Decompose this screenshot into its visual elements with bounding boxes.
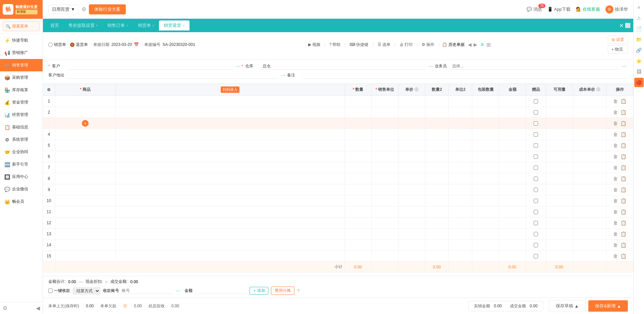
unit-cell[interactable] — [345, 217, 372, 229]
save-new-button[interactable]: 保存&新增 ▲ — [588, 300, 628, 312]
sidebar-item-quicknav[interactable]: ⚡ 快捷导航 — [0, 34, 43, 47]
select-btn[interactable]: ☰ 选单 — [376, 41, 392, 48]
product-cell[interactable] — [55, 173, 115, 184]
sale-unit-cell[interactable] — [372, 118, 398, 129]
copy-row-btn[interactable]: 📋 — [620, 197, 627, 204]
sale-unit-cell[interactable] — [372, 140, 398, 151]
price-info-icon[interactable]: ⓘ — [415, 87, 418, 91]
tab-close-icon[interactable]: × — [96, 23, 98, 27]
amount-cell[interactable] — [499, 251, 526, 262]
product-cell[interactable] — [55, 217, 115, 229]
gift-checkbox[interactable] — [534, 154, 538, 159]
gift-cell[interactable] — [526, 206, 546, 217]
copy-row-btn[interactable]: 📋 — [620, 131, 627, 138]
qty-cell[interactable] — [115, 129, 345, 140]
add-product-btn[interactable]: + — [82, 120, 89, 127]
delete-row-btn[interactable]: 🗑 — [612, 197, 619, 204]
cost-cell[interactable] — [573, 151, 606, 162]
warehouse-input[interactable] — [261, 63, 426, 70]
cost-cell[interactable] — [573, 140, 606, 151]
print-btn[interactable]: 🖨 打印 — [398, 41, 414, 48]
product-cell[interactable] — [55, 206, 115, 217]
gift-checkbox[interactable] — [534, 99, 538, 104]
cost-cell[interactable] — [573, 206, 606, 217]
tab-home[interactable]: 首页 — [46, 20, 64, 30]
unit-cell[interactable] — [345, 118, 372, 129]
avail-cell[interactable] — [546, 184, 573, 195]
one-click-input[interactable] — [48, 289, 53, 293]
gift-checkbox[interactable] — [534, 243, 538, 247]
address-input[interactable] — [66, 72, 278, 79]
copy-row-btn[interactable]: 📋 — [620, 120, 627, 127]
right-icon-6[interactable]: ⭐ — [634, 56, 644, 66]
gift-cell[interactable] — [526, 173, 546, 184]
topbar-settings-icon[interactable]: ⚙ — [82, 6, 86, 12]
qty2-cell[interactable] — [425, 173, 449, 184]
settings-action-btn[interactable]: ⚙ 设置 — [608, 36, 628, 44]
delete-row-btn[interactable]: 🗑 — [612, 164, 619, 171]
tab-sales-delivery[interactable]: 销货单 × — [133, 20, 159, 30]
sidebar-item-operations[interactable]: 📊 经营管理 — [0, 109, 43, 121]
copy-row-btn[interactable]: 📋 — [620, 231, 627, 237]
amount-cell[interactable] — [499, 195, 526, 206]
amount-cell[interactable] — [499, 129, 526, 140]
cost-cell[interactable] — [573, 118, 606, 129]
pack-cell[interactable] — [472, 240, 499, 251]
qty2-cell[interactable] — [425, 251, 449, 262]
delete-row-btn[interactable]: 🗑 — [612, 120, 619, 127]
unit-cell[interactable] — [345, 129, 372, 140]
qty2-cell[interactable] — [425, 240, 449, 251]
pack-cell[interactable] — [472, 118, 499, 129]
amount-cell[interactable] — [499, 206, 526, 217]
qty-cell[interactable] — [115, 206, 345, 217]
tab-close-icon[interactable]: × — [182, 23, 184, 27]
unit-cell[interactable] — [345, 173, 372, 184]
pack-cell[interactable] — [472, 129, 499, 140]
gift-cell[interactable] — [526, 217, 546, 229]
prev-record-icon[interactable]: ◀ — [467, 41, 472, 48]
one-click-checkbox[interactable]: 一键收款 — [48, 288, 70, 294]
unit2-cell[interactable] — [449, 184, 472, 195]
sidebar-item-system[interactable]: ⚙ 系统管理 — [0, 133, 43, 146]
address-select-icon[interactable]: ··· — [280, 72, 287, 78]
price-cell[interactable] — [398, 162, 425, 173]
unit-cell[interactable] — [345, 162, 372, 173]
right-icon-8[interactable]: 🔴 — [634, 78, 644, 87]
avail-cell[interactable] — [546, 173, 573, 184]
product-cell[interactable] — [55, 251, 115, 262]
price-cell[interactable] — [398, 229, 425, 240]
gift-checkbox[interactable] — [534, 221, 538, 225]
delete-row-btn[interactable]: 🗑 — [612, 219, 619, 226]
operate-btn[interactable]: ⚙ 操作 — [420, 41, 436, 48]
gift-checkbox[interactable] — [534, 232, 538, 236]
avail-cell[interactable] — [546, 206, 573, 217]
cost-cell[interactable] — [573, 173, 606, 184]
gift-cell[interactable] — [526, 162, 546, 173]
view-toggle-list[interactable]: ≡ — [481, 42, 484, 48]
sale-unit-cell[interactable] — [372, 217, 398, 229]
right-icon-4[interactable]: 📁 — [634, 35, 644, 44]
unit-cell[interactable] — [345, 240, 372, 251]
sidebar-item-sales[interactable]: 🛒 销售管理 — [0, 59, 43, 71]
gift-cell[interactable] — [526, 240, 546, 251]
avail-cell[interactable] — [546, 107, 573, 118]
amount-cell[interactable] — [499, 140, 526, 151]
avail-cell[interactable] — [546, 151, 573, 162]
amount-input[interactable] — [194, 288, 247, 294]
unit-cell[interactable] — [345, 195, 372, 206]
gift-cell[interactable] — [526, 118, 546, 129]
next-record-icon[interactable]: ▶ — [473, 41, 478, 48]
qty-cell[interactable] — [115, 118, 345, 129]
tab-close-icon[interactable]: × — [152, 23, 154, 27]
gift-cell[interactable] — [526, 184, 546, 195]
qty-cell[interactable] — [115, 240, 345, 251]
qty-cell[interactable] — [115, 173, 345, 184]
sidebar-item-enterprise[interactable]: 🤝 企业协同 — [0, 146, 43, 158]
pack-cell[interactable] — [472, 96, 499, 107]
settings-bottom-icon[interactable]: ⚙ — [3, 305, 7, 311]
qty2-cell[interactable] — [425, 129, 449, 140]
gift-checkbox[interactable] — [534, 254, 538, 258]
radio-sales-delivery[interactable]: 销货单 — [48, 42, 66, 48]
unit2-cell[interactable] — [449, 107, 472, 118]
view-toggle-grid[interactable]: ⊞ — [486, 42, 491, 48]
